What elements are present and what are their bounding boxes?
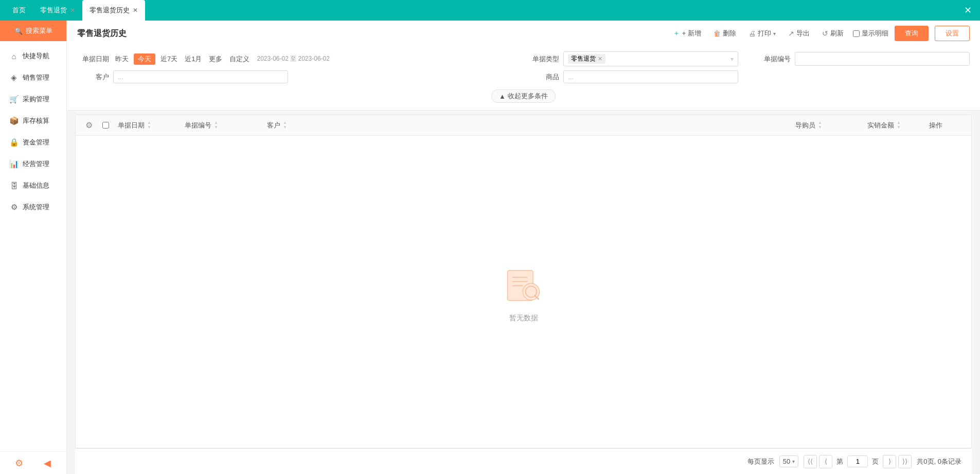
empty-illustration	[501, 261, 547, 307]
header-actions: ＋ + 新增 🗑 删除 🖨 打印 ▾ ↗ 导出	[670, 26, 970, 41]
add-button[interactable]: ＋ + 新增	[670, 27, 704, 40]
query-label: 查询	[905, 29, 918, 37]
tab-retail-return-close[interactable]: ✕	[70, 7, 75, 14]
th-amount-sort[interactable]: ▲▼	[897, 121, 901, 130]
date-filter-label: 单据日期	[77, 54, 113, 64]
th-guide-sort[interactable]: ▲▼	[818, 121, 822, 130]
type-tag-close[interactable]: ✕	[598, 56, 602, 62]
goods-filter-label: 商品	[527, 72, 563, 82]
export-button[interactable]: ↗ 导出	[785, 27, 813, 40]
search-icon: 🔍	[14, 27, 23, 35]
date-opt-today[interactable]: 今天	[134, 53, 155, 65]
refresh-icon: ↺	[822, 29, 828, 38]
sidebar-item-operations[interactable]: 📊 经营管理	[0, 153, 66, 175]
show-detail-checkbox[interactable]	[853, 30, 860, 37]
page-title-row: 零售退货历史 ＋ + 新增 🗑 删除 🖨 打印 ▾	[77, 26, 970, 41]
page-next-btn[interactable]: ⟩	[883, 455, 896, 468]
customer-filter-select[interactable]: ...	[113, 70, 288, 83]
th-date-sort[interactable]: ▲▼	[147, 121, 151, 130]
print-button[interactable]: 🖨 打印 ▾	[745, 27, 779, 40]
sidebar-item-quick-nav-label: 快捷导航	[23, 51, 49, 61]
page-first-btn[interactable]: ⟨⟨	[804, 455, 817, 468]
tab-retail-return[interactable]: 零售退货 ✕	[33, 0, 82, 21]
collapse-label: 收起更多条件	[508, 92, 548, 101]
customer-placeholder: ...	[118, 73, 123, 81]
th-number-sort[interactable]: ▲▼	[214, 121, 218, 130]
sidebar-settings-btn[interactable]: ⚙	[11, 455, 27, 471]
page-last-btn[interactable]: ⟩⟩	[898, 455, 912, 468]
number-filter-input[interactable]	[795, 52, 970, 66]
sidebar-item-sales[interactable]: ◈ 销售管理	[0, 67, 66, 88]
tab-retail-return-history[interactable]: 零售退货历史 ✕	[82, 0, 145, 21]
filter-section: 单据日期 昨天 今天 近7天 近1月 更多 自定义 2023-06-02 至 2…	[77, 46, 970, 110]
delete-button[interactable]: 🗑 删除	[710, 27, 739, 40]
date-opt-more[interactable]: 更多	[207, 53, 224, 65]
setting-button[interactable]: 设置	[935, 26, 970, 41]
per-page-chevron-icon: ▾	[792, 459, 795, 464]
select-all-input[interactable]	[102, 122, 109, 129]
type-filter-label: 单据类型	[527, 54, 563, 64]
query-button[interactable]: 查询	[895, 26, 929, 41]
add-label: + 新增	[682, 29, 701, 38]
filter-row-1: 单据日期 昨天 今天 近7天 近1月 更多 自定义 2023-06-02 至 2…	[77, 51, 970, 66]
filter-row-2: 客户 ... 商品 ...	[77, 70, 970, 83]
date-opt-yesterday[interactable]: 昨天	[113, 53, 131, 65]
sidebar-collapse-btn[interactable]: ◀	[39, 455, 56, 471]
th-customer-sort[interactable]: ▲▼	[283, 121, 287, 130]
export-label: 导出	[796, 29, 810, 38]
page-nav: ⟨⟨ ⟨ 第 页 ⟩ ⟩⟩	[804, 455, 912, 468]
page-input[interactable]	[847, 455, 868, 467]
empty-text: 暂无数据	[509, 314, 538, 323]
sidebar-item-inventory-label: 库存核算	[23, 116, 49, 125]
window-close-btn[interactable]: ✕	[964, 5, 980, 16]
sidebar-item-system[interactable]: ⚙ 系统管理	[0, 196, 66, 218]
sidebar-item-operations-label: 经营管理	[23, 159, 49, 169]
print-icon: 🖨	[749, 29, 756, 38]
table-select-all-checkbox[interactable]	[97, 122, 114, 129]
page-title: 零售退货历史	[77, 28, 127, 39]
sidebar-item-purchase[interactable]: 🛒 采购管理	[0, 88, 66, 110]
th-customer-label: 客户	[267, 121, 280, 130]
tab-home[interactable]: 首页	[5, 0, 33, 21]
type-filter-select[interactable]: 零售退货 ✕ ▾	[563, 51, 738, 66]
goods-filter-select[interactable]: ...	[563, 70, 738, 83]
sidebar-item-system-label: 系统管理	[23, 203, 49, 212]
table-settings-btn[interactable]: ⚙	[81, 120, 97, 130]
table-header-row: ⚙ 单据日期 ▲▼ 单据编号 ▲▼ 客户 ▲▼ 导购员	[76, 115, 971, 136]
sidebar-menu: ⌂ 快捷导航 ◈ 销售管理 🛒 采购管理 📦 库存核算 🔒 资金管理 📊 经	[0, 41, 66, 451]
date-opt-7days[interactable]: 近7天	[158, 53, 180, 65]
tab-retail-return-history-close[interactable]: ✕	[133, 7, 138, 14]
refresh-label: 刷新	[830, 29, 844, 38]
date-options: 昨天 今天 近7天 近1月 更多 自定义 2023-06-02 至 2023-0…	[113, 53, 330, 65]
date-opt-custom[interactable]: 自定义	[227, 53, 252, 65]
content-area: 零售退货历史 ＋ + 新增 🗑 删除 🖨 打印 ▾	[67, 21, 980, 474]
type-select-chevron-icon: ▾	[730, 56, 734, 63]
collapse-button[interactable]: ▲ 收起更多条件	[491, 89, 556, 103]
pagination-row: 每页显示 50 ▾ ⟨⟨ ⟨ 第 页 ⟩ ⟩⟩ 共0页, 0条记录	[75, 448, 972, 474]
show-detail-checkbox-container[interactable]: 显示明细	[853, 29, 888, 38]
export-icon: ↗	[788, 29, 794, 38]
print-chevron-icon: ▾	[773, 31, 776, 37]
sidebar-item-basic-info-label: 基础信息	[23, 181, 49, 190]
sidebar-item-basic-info[interactable]: 🗄 基础信息	[0, 175, 66, 196]
sidebar-bottom: ⚙ ◀	[0, 451, 66, 474]
sidebar-item-quick-nav[interactable]: ⌂ 快捷导航	[0, 45, 66, 67]
page-prev-btn[interactable]: ⟨	[819, 455, 832, 468]
th-op-label: 操作	[929, 121, 942, 130]
th-amount: 实销金额 ▲▼	[863, 121, 925, 130]
setting-label: 设置	[946, 29, 959, 37]
sidebar-item-finance[interactable]: 🔒 资金管理	[0, 132, 66, 153]
sidebar-item-purchase-label: 采购管理	[23, 95, 49, 104]
th-date: 单据日期 ▲▼	[114, 121, 181, 130]
per-page-select[interactable]: 50 ▾	[779, 455, 798, 467]
print-label: 打印	[758, 29, 771, 38]
refresh-button[interactable]: ↺ 刷新	[819, 27, 847, 40]
number-filter-label: 单据编号	[759, 54, 795, 64]
sidebar-item-inventory[interactable]: 📦 库存核算	[0, 110, 66, 132]
collapse-row: ▲ 收起更多条件	[77, 87, 970, 107]
sidebar-search[interactable]: 🔍 搜索菜单	[0, 21, 66, 41]
per-page-value: 50	[783, 458, 790, 465]
date-opt-1month[interactable]: 近1月	[183, 53, 204, 65]
table-area: ⚙ 单据日期 ▲▼ 单据编号 ▲▼ 客户 ▲▼ 导购员	[75, 115, 972, 448]
type-tag: 零售退货 ✕	[568, 54, 605, 64]
